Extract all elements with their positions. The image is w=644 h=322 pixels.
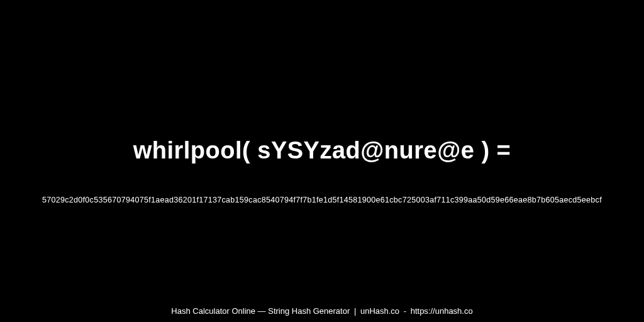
footer-site-link[interactable]: unHash.co [360, 306, 399, 316]
footer-separator: | [354, 306, 356, 316]
footer: Hash Calculator Online — String Hash Gen… [0, 306, 644, 316]
footer-text: Hash Calculator Online — String Hash Gen… [171, 306, 350, 316]
main-content: whirlpool( sYSYzad@nure@e ) = 57029c2d0f… [0, 137, 644, 204]
hash-expression: whirlpool( sYSYzad@nure@e ) = [133, 137, 511, 164]
hash-output: 57029c2d0f0c535670794075f1aead36201f1713… [42, 196, 602, 204]
footer-url-link[interactable]: https://unhash.co [411, 306, 473, 316]
footer-dash: - [404, 306, 406, 316]
